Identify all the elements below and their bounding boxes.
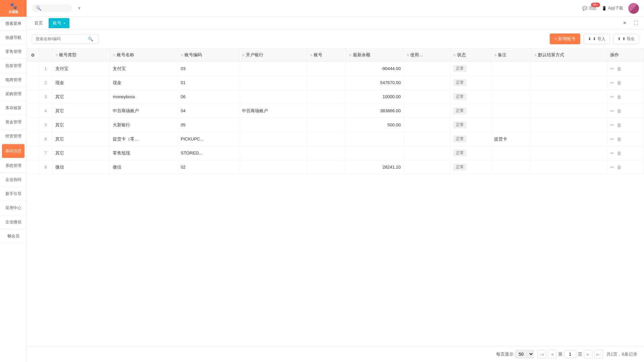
sidebar-item-3[interactable]: 批发管理 xyxy=(0,59,26,73)
app-download-button[interactable]: 📱 App下载 xyxy=(602,5,623,11)
user-avatar[interactable] xyxy=(628,3,639,14)
sidebar-item-15[interactable]: 畅会员 xyxy=(0,229,26,243)
row-account-7 xyxy=(307,160,346,174)
sidebar-item-5[interactable]: 采购管理 xyxy=(0,87,26,101)
search-icon: 🔍 xyxy=(88,37,93,42)
delete-icon-2[interactable]: 🗑 xyxy=(617,94,622,100)
row-bank-1 xyxy=(239,76,307,90)
row-action-6: ✏ 🗑 xyxy=(607,146,644,160)
row-balance-2: 10000.00 xyxy=(346,90,404,104)
dropdown-arrow[interactable]: ▼ xyxy=(77,6,82,11)
row-action-2: ✏ 🗑 xyxy=(607,90,644,104)
delete-icon-5[interactable]: 🗑 xyxy=(617,136,622,142)
col-header-account[interactable]: ⇅ 账号 xyxy=(307,49,346,62)
row-account-1 xyxy=(307,76,346,90)
first-page-btn[interactable]: |◀ xyxy=(537,350,546,359)
search-input-wrap[interactable]: 🔍 xyxy=(32,35,99,44)
row-name-7: 微信 xyxy=(110,160,178,174)
app-download-label: App下载 xyxy=(608,5,623,11)
edit-icon-7[interactable]: ✏ xyxy=(610,165,614,170)
sidebar-item-6[interactable]: 库存核算 xyxy=(0,101,26,115)
table-row: 7 其它 零售抵现 STORED... 正常 ✏ 🗑 xyxy=(27,146,644,160)
row-action-1: ✏ 🗑 xyxy=(607,76,644,90)
edit-icon-4[interactable]: ✏ xyxy=(610,122,614,128)
table-row: 5 其它 大新银行 05 500.00 正常 ✏ 🗑 xyxy=(27,118,644,132)
row-balance-5 xyxy=(346,132,404,146)
table-row: 4 其它 中百商场账户 04 中百商场账户 383866.00 正常 ✏ 🗑 xyxy=(27,104,644,118)
col-header-balance[interactable]: ⇅ 最新余额 xyxy=(346,49,404,62)
delete-icon-3[interactable]: 🗑 xyxy=(617,108,622,114)
per-page-select: 每页显示 50 20 100 xyxy=(496,350,534,358)
page-input[interactable] xyxy=(564,350,576,358)
row-code-2: 06 xyxy=(178,90,239,104)
search-icon-top: 🔍 xyxy=(36,6,41,11)
delete-icon-1[interactable]: 🗑 xyxy=(617,80,622,85)
delete-icon-4[interactable]: 🗑 xyxy=(617,122,622,128)
search-input[interactable] xyxy=(36,37,86,41)
row-remark-7 xyxy=(491,160,531,174)
sidebar: 🐾 乐鹿版 搜索菜单快捷导航零售管理批发管理电商管理采购管理库存核算资金管理经营… xyxy=(0,0,27,362)
row-settings-0 xyxy=(27,62,39,76)
edit-icon-3[interactable]: ✏ xyxy=(610,108,614,114)
delete-icon-6[interactable]: 🗑 xyxy=(617,150,622,156)
delete-icon-0[interactable]: 🗑 xyxy=(617,66,622,71)
row-settlement-1 xyxy=(531,76,607,90)
col-header-usage[interactable]: ⇅ 使用... xyxy=(404,49,450,62)
edit-icon-6[interactable]: ✏ xyxy=(610,150,614,156)
row-balance-7: 28241.10 xyxy=(346,160,404,174)
col-header-code[interactable]: ⇅ 账号编码 xyxy=(178,49,239,62)
sidebar-item-9[interactable]: 基础信息 xyxy=(2,144,24,158)
sidebar-item-8[interactable]: 经营管理 xyxy=(0,129,26,143)
col-header-bank[interactable]: ⇅ 开户银行 xyxy=(239,49,307,62)
top-search-box[interactable]: 🔍 xyxy=(32,4,72,12)
sidebar-item-11[interactable]: 企业协同 xyxy=(0,173,26,187)
sidebar-item-2[interactable]: 零售管理 xyxy=(0,45,26,59)
row-usage-7 xyxy=(404,160,450,174)
sidebar-item-13[interactable]: 应用中心 xyxy=(0,201,26,215)
col-header-status[interactable]: ⇅ 状态 xyxy=(450,49,491,62)
delete-icon-7[interactable]: 🗑 xyxy=(617,165,622,170)
edit-icon-1[interactable]: ✏ xyxy=(610,80,614,85)
col-header-name[interactable]: ⇅ 账号名称 xyxy=(110,49,178,62)
col-header-type[interactable]: ⇅ 账号类型 xyxy=(52,49,110,62)
sidebar-item-7[interactable]: 资金管理 xyxy=(0,115,26,129)
import-label: ⬇ 导入 xyxy=(593,36,605,42)
tab-fullscreen-btn[interactable]: ⛶ xyxy=(631,19,641,27)
row-settings-7 xyxy=(27,160,39,174)
edit-icon-0[interactable]: ✏ xyxy=(610,66,614,71)
sidebar-item-0[interactable]: 搜索菜单 xyxy=(0,17,26,31)
col-header-settlement[interactable]: ⇅ 默认结算方式 xyxy=(531,49,607,62)
edit-icon-5[interactable]: ✏ xyxy=(610,136,614,142)
col-header-remark[interactable]: ⇅ 备注 xyxy=(491,49,531,62)
tab-home[interactable]: 首页 xyxy=(30,18,47,28)
row-name-4: 大新银行 xyxy=(110,118,178,132)
tab-close-btn[interactable]: ✕ xyxy=(620,19,629,27)
edit-icon-2[interactable]: ✏ xyxy=(610,94,614,100)
add-account-button[interactable]: + 新增账号 xyxy=(550,34,580,44)
row-usage-3 xyxy=(404,104,450,118)
sidebar-item-1[interactable]: 快捷导航 xyxy=(0,31,26,45)
prev-page-btn[interactable]: ◀ xyxy=(548,350,556,359)
last-page-btn[interactable]: ▶| xyxy=(594,350,603,359)
sidebar-item-10[interactable]: 系统管理 xyxy=(0,159,26,173)
row-name-0: 支付宝 xyxy=(110,62,178,76)
tab-account[interactable]: 账号 × xyxy=(49,18,69,28)
row-type-2: 其它 xyxy=(52,90,110,104)
row-action-5: ✏ 🗑 xyxy=(607,132,644,146)
sidebar-item-4[interactable]: 电商管理 xyxy=(0,73,26,87)
messages-button[interactable]: 💬 消息 99+ xyxy=(582,5,597,11)
total-label: 共1页，8条记录 xyxy=(606,351,637,357)
next-page-btn[interactable]: ▶ xyxy=(584,350,593,359)
sidebar-item-14[interactable]: 企业微信 xyxy=(0,215,26,229)
export-button[interactable]: ⬆ ⬆ 导出 xyxy=(613,34,639,44)
sidebar-item-12[interactable]: 新手引导 xyxy=(0,187,26,201)
row-num-3: 4 xyxy=(39,104,52,118)
col-header-settings[interactable]: ⚙ xyxy=(27,49,39,62)
row-account-2 xyxy=(307,90,346,104)
row-code-6: STORED... xyxy=(178,146,239,160)
row-name-3: 中百商场账户 xyxy=(110,104,178,118)
tab-close-icon[interactable]: × xyxy=(63,21,65,25)
per-page-dropdown[interactable]: 50 20 100 xyxy=(515,350,534,358)
import-button[interactable]: ⬇ ⬇ 导入 xyxy=(584,34,609,44)
row-num-6: 7 xyxy=(39,146,52,160)
